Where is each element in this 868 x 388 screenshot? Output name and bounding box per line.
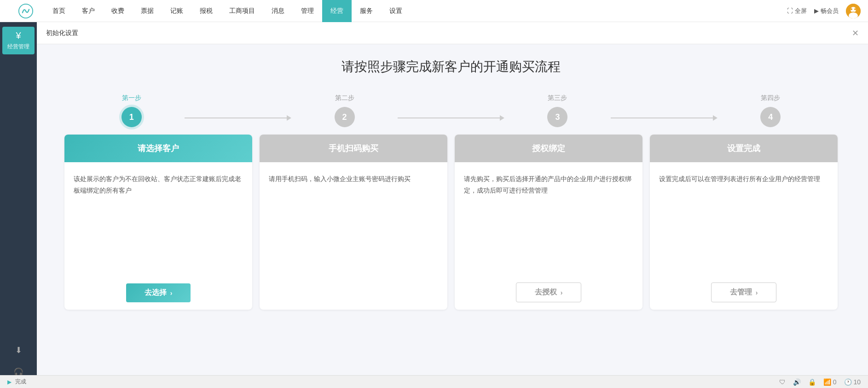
chevron-right-icon-2: › — [561, 289, 563, 296]
app-logo — [7, 4, 44, 18]
card-1: 请选择客户 该处展示的客户为不在回收站、客户状态正常建账后完成老板端绑定的所有客… — [64, 135, 252, 310]
card-4-header: 设置完成 — [650, 135, 838, 162]
step-3-circle: 3 — [547, 107, 567, 127]
fullscreen-icon: ⛶ — [787, 7, 793, 14]
shield-status-icon: 🛡 — [779, 378, 786, 386]
page-header: 初始化设置 ✕ — [37, 22, 868, 44]
step-1: 第一步 1 — [78, 94, 185, 127]
goto-select-label: 去选择 — [145, 288, 167, 298]
main-content: 初始化设置 ✕ 请按照步骤完成新客户的开通购买流程 第一步 1 第 — [37, 22, 868, 388]
step-2-circle: 2 — [335, 107, 355, 127]
download-icon[interactable]: ⬇ — [10, 342, 27, 359]
fullscreen-button[interactable]: ⛶ 全屏 — [787, 7, 807, 15]
setup-heading: 请按照步骤完成新客户的开通购买流程 — [64, 58, 838, 76]
lock-status-icon: 🔒 — [808, 378, 816, 386]
nav-right: ⛶ 全屏 ▶ 畅会员 — [787, 4, 861, 18]
nav-tax[interactable]: 报税 — [191, 0, 221, 22]
card-1-footer: 去选择 › — [64, 276, 252, 310]
goto-authorize-label: 去授权 — [535, 288, 557, 297]
card-3-body: 请先购买，购买后选择开通的产品中的企业用户进行授权绑定，成功后即可进行经营管理 — [455, 162, 642, 275]
nav-items: 首页 客户 收费 票据 记账 报税 工商项目 消息 管理 经营 服务 设置 — [44, 0, 787, 22]
nav-operation[interactable]: 经营 — [322, 0, 352, 22]
clock-status-icon: 🕐 10 — [844, 378, 861, 386]
connector-2-3 — [398, 115, 504, 127]
card-3-header: 授权绑定 — [455, 135, 642, 162]
member-button[interactable]: ▶ 畅会员 — [814, 7, 839, 15]
card-4: 设置完成 设置完成后可以在管理列表进行所有企业用户的经营管理 去管理 › — [650, 135, 838, 310]
card-4-footer: 去管理 › — [650, 275, 838, 310]
connector-1-2 — [185, 115, 291, 127]
nav-business[interactable]: 工商项目 — [221, 0, 263, 22]
sidebar-item-label: 经营管理 — [7, 43, 29, 51]
yen-icon: ¥ — [16, 30, 21, 41]
step-4-label: 第四步 — [761, 94, 780, 102]
goto-manage-button[interactable]: 去管理 › — [711, 282, 777, 302]
setup-container: 请按照步骤完成新客户的开通购买流程 第一步 1 第二步 2 — [37, 44, 865, 323]
card-1-body: 该处展示的客户为不在回收站、客户状态正常建账后完成老板端绑定的所有客户 — [64, 162, 252, 276]
sidebar-item-operation[interactable]: ¥ 经营管理 — [2, 27, 35, 54]
nav-home[interactable]: 首页 — [44, 0, 74, 22]
nav-manage[interactable]: 管理 — [293, 0, 322, 22]
network-status-icon: 📶 0 — [823, 378, 837, 386]
top-navigation: 首页 客户 收费 票据 记账 报税 工商项目 消息 管理 经营 服务 设置 ⛶ … — [0, 0, 868, 22]
connector-3-4 — [611, 115, 717, 127]
card-3: 授权绑定 请先购买，购买后选择开通的产品中的企业用户进行授权绑定，成功后即可进行… — [455, 135, 642, 310]
step-4-circle: 4 — [760, 107, 781, 127]
play-icon: ▶ — [814, 7, 819, 14]
volume-status-icon: 🔊 — [793, 378, 801, 386]
card-1-header: 请选择客户 — [64, 135, 252, 162]
card-2-footer — [260, 295, 447, 310]
step-3-label: 第三步 — [548, 94, 567, 102]
status-text: 完成 — [15, 378, 26, 386]
cards-row: 请选择客户 该处展示的客户为不在回收站、客户状态正常建账后完成老板端绑定的所有客… — [64, 135, 838, 310]
step-4: 第四步 4 — [718, 94, 824, 127]
card-2-body: 请用手机扫码，输入小微企业主账号密码进行购买 — [260, 162, 447, 295]
step-1-circle: 1 — [122, 107, 142, 127]
status-right: 🛡 🔊 🔒 📶 0 🕐 10 — [779, 378, 861, 386]
statusbar: ▶ 完成 🛡 🔊 🔒 📶 0 🕐 10 — [0, 375, 868, 388]
nav-settings[interactable]: 设置 — [381, 0, 411, 22]
play-status-icon[interactable]: ▶ — [7, 379, 12, 385]
goto-manage-label: 去管理 — [730, 288, 752, 297]
step-2: 第二步 2 — [291, 94, 398, 127]
nav-bills[interactable]: 票据 — [133, 0, 162, 22]
goto-authorize-button[interactable]: 去授权 › — [516, 282, 582, 302]
card-2: 手机扫码购买 请用手机扫码，输入小微企业主账号密码进行购买 — [260, 135, 447, 310]
goto-select-button[interactable]: 去选择 › — [126, 283, 191, 302]
svg-point-4 — [851, 8, 852, 10]
close-button[interactable]: ✕ — [852, 28, 859, 38]
sidebar: ¥ 经营管理 ⬇ 🎧 — [0, 22, 37, 388]
avatar[interactable] — [846, 4, 861, 18]
chevron-right-icon-3: › — [756, 289, 758, 296]
nav-fees[interactable]: 收费 — [103, 0, 133, 22]
page-title: 初始化设置 — [46, 29, 78, 37]
step-2-label: 第二步 — [335, 94, 354, 102]
step-3: 第三步 3 — [504, 94, 611, 127]
nav-service[interactable]: 服务 — [352, 0, 381, 22]
card-2-header: 手机扫码购买 — [260, 135, 447, 162]
nav-message[interactable]: 消息 — [263, 0, 293, 22]
svg-point-5 — [854, 8, 856, 10]
card-4-body: 设置完成后可以在管理列表进行所有企业用户的经营管理 — [650, 162, 838, 275]
nav-accounting[interactable]: 记账 — [162, 0, 191, 22]
chevron-right-icon: › — [170, 289, 173, 297]
step-1-label: 第一步 — [122, 94, 141, 102]
nav-customer[interactable]: 客户 — [74, 0, 103, 22]
card-3-footer: 去授权 › — [455, 275, 642, 310]
